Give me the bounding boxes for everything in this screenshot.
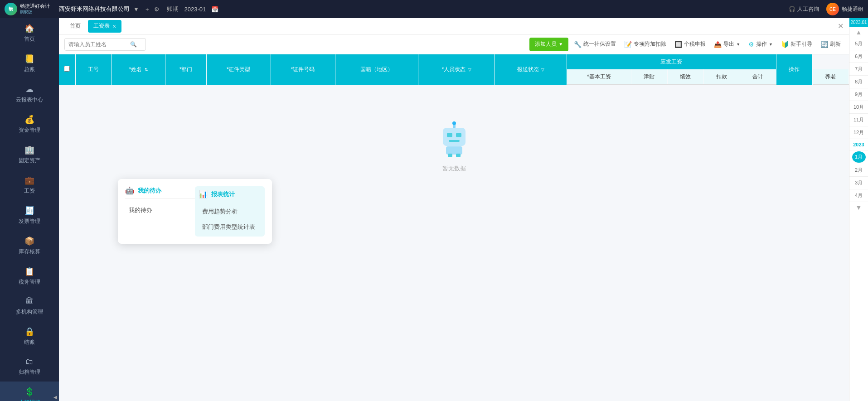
month-item-12[interactable]: 12月: [849, 126, 868, 139]
month-item-7[interactable]: 7月: [849, 63, 868, 76]
personal-tax-action[interactable]: 🔲 个税申报: [672, 38, 708, 51]
th-name[interactable]: *姓名 ⇅: [112, 54, 165, 85]
th-department: *部门: [165, 54, 206, 85]
month-nav-up[interactable]: ▲: [849, 27, 868, 38]
month-item-10[interactable]: 10月: [849, 101, 868, 114]
th-cert-number: *证件号码: [271, 54, 335, 85]
tab-payroll[interactable]: 工资表 ×: [88, 20, 121, 33]
sort-icon-name[interactable]: ⇅: [145, 68, 148, 72]
th-pension: 养老: [812, 69, 849, 85]
fixed-assets-icon: 🏢: [24, 145, 34, 155]
th-report-status[interactable]: 报送状态 ▽: [495, 54, 567, 85]
sidebar-item-ledger[interactable]: 📒 总账: [0, 48, 59, 79]
sidebar-item-multi-org[interactable]: 🏛 多机构管理: [0, 291, 59, 321]
personal-tax-label: 个税申报: [684, 40, 706, 48]
support-icon: 🎧: [789, 6, 795, 12]
tab-close-payroll[interactable]: ×: [112, 23, 116, 30]
social-security-action[interactable]: 🔧 统一社保设置: [571, 38, 619, 51]
search-icon[interactable]: 🔍: [130, 41, 137, 48]
sidebar-item-fund[interactable]: 💰 资金管理: [0, 109, 59, 140]
sidebar-label-home: 首页: [24, 35, 35, 43]
personal-tax-icon: 🔲: [674, 41, 682, 48]
sidebar-item-invoice[interactable]: 🧾 发票管理: [0, 200, 59, 231]
search-input[interactable]: [68, 41, 127, 48]
add-icon[interactable]: +: [145, 6, 149, 13]
month-item-5[interactable]: 5月: [849, 38, 868, 50]
tax-deduct-action[interactable]: 📝 专项附加扣除: [621, 38, 669, 51]
export-action[interactable]: 📤 导出 ▼: [711, 38, 743, 51]
calendar-icon[interactable]: 📅: [211, 6, 218, 13]
sidebar-label-xiao-chang: 小畅报销: [19, 399, 40, 401]
th-deduct: 扣款: [703, 69, 740, 85]
report-section-icon: 📊: [199, 190, 208, 198]
sidebar-item-closing[interactable]: 🔒 结账: [0, 321, 59, 352]
svg-rect-0: [443, 128, 466, 146]
user-area[interactable]: CE 畅捷通组: [826, 3, 863, 15]
tax-deduct-icon: 📝: [624, 41, 632, 48]
company-dropdown-icon[interactable]: ▼: [133, 6, 139, 13]
month-item-6[interactable]: 6月: [849, 50, 868, 63]
sidebar-item-tax[interactable]: 📋 税务管理: [0, 261, 59, 291]
popup-menu: 🤖 我的待办 我的待办 📊 报表统计 费用趋势分析 部门费用类型统计表: [118, 179, 272, 244]
export-icon: 📤: [714, 41, 722, 48]
svg-rect-6: [446, 146, 462, 155]
select-all-checkbox[interactable]: [64, 66, 70, 72]
close-button[interactable]: ✕: [838, 22, 844, 30]
th-bonus: 绩效: [667, 69, 703, 85]
filter-icon-report[interactable]: ▽: [541, 68, 544, 72]
month-item-3[interactable]: 3月: [849, 177, 868, 189]
operation-action[interactable]: ⚙ 操作 ▼: [746, 38, 776, 51]
refresh-action[interactable]: 🔄 刷新: [818, 38, 844, 51]
tax-icon: 📋: [24, 266, 34, 276]
support-area[interactable]: 🎧 人工咨询: [789, 5, 819, 13]
month-item-11[interactable]: 11月: [849, 114, 868, 126]
month-panel: 2023.01 ▲ 5月 6月 7月 8月 9月 10月 11月 12月 202…: [849, 18, 868, 401]
th-basic-wage: *基本工资: [567, 69, 631, 85]
empty-message: 暂无数据: [442, 164, 466, 173]
new-guide-action[interactable]: 🔰 新手引导: [778, 38, 815, 51]
new-guide-toolbar-icon: 🔰: [781, 41, 789, 48]
popup-item-cost-trend[interactable]: 费用趋势分析: [199, 206, 261, 217]
period-label: 账期: [167, 5, 179, 13]
add-person-button[interactable]: 添加人员 ▼: [529, 38, 568, 51]
popup-item-dept-cost[interactable]: 部门费用类型统计表: [199, 221, 261, 233]
popup-section-todo: 🤖 我的待办 我的待办: [125, 186, 195, 237]
tab-home-label: 首页: [70, 22, 81, 30]
sidebar-item-fixed-assets[interactable]: 🏢 固定资产: [0, 140, 59, 170]
filter-icon-personnel[interactable]: ▽: [468, 68, 471, 72]
social-security-label: 统一社保设置: [583, 40, 616, 48]
svg-rect-8: [456, 154, 461, 157]
operation-label: 操作: [756, 40, 767, 48]
sidebar-label-archive: 归档管理: [19, 368, 40, 376]
th-operation: 操作: [776, 54, 812, 85]
sidebar-item-home[interactable]: 🏠 首页: [0, 18, 59, 48]
sidebar-label-fund: 资金管理: [19, 126, 40, 134]
sidebar-item-cloud-report[interactable]: ☁ 云报表中心: [0, 79, 59, 109]
popup-item-todo[interactable]: 我的待办: [125, 204, 195, 216]
settings-icon[interactable]: ⚙: [154, 6, 160, 13]
month-item-1[interactable]: 1月: [852, 151, 866, 163]
empty-robot-svg: [436, 121, 472, 157]
tab-home[interactable]: 首页: [64, 20, 86, 33]
month-item-9[interactable]: 9月: [849, 88, 868, 101]
month-item-4[interactable]: 4月: [849, 189, 868, 202]
multi-org-icon: 🏛: [25, 297, 34, 306]
sidebar-item-xiao-chang[interactable]: 💲 小畅报销 ◀: [0, 382, 59, 401]
sidebar-item-payroll[interactable]: 💼 工资: [0, 170, 59, 200]
th-total: 合计: [740, 69, 776, 85]
th-checkbox[interactable]: [59, 54, 75, 85]
company-area: 西安虾米网络科技有限公司 ▼ + ⚙ 账期 2023-01 📅: [59, 5, 789, 13]
sidebar-item-inventory[interactable]: 📦 库存核算: [0, 231, 59, 261]
sidebar-item-archive[interactable]: 🗂 归档管理: [0, 352, 59, 382]
home-icon: 🏠: [24, 24, 34, 34]
th-cert-type: *证件类型: [206, 54, 271, 85]
sidebar: 🏠 首页 📒 总账 ☁ 云报表中心 💰 资金管理 🏢 固定资产 💼 工资 🧾 发…: [0, 18, 59, 401]
th-personnel-status[interactable]: *人员状态 ▽: [418, 54, 495, 85]
payroll-icon: 💼: [24, 175, 34, 185]
th-nationality: 国籍（地区）: [335, 54, 418, 85]
month-item-8[interactable]: 8月: [849, 76, 868, 88]
month-nav-down[interactable]: ▼: [849, 202, 868, 213]
month-item-2[interactable]: 2月: [849, 164, 868, 177]
svg-rect-7: [448, 154, 452, 157]
report-section-label: 报表统计: [211, 190, 235, 198]
